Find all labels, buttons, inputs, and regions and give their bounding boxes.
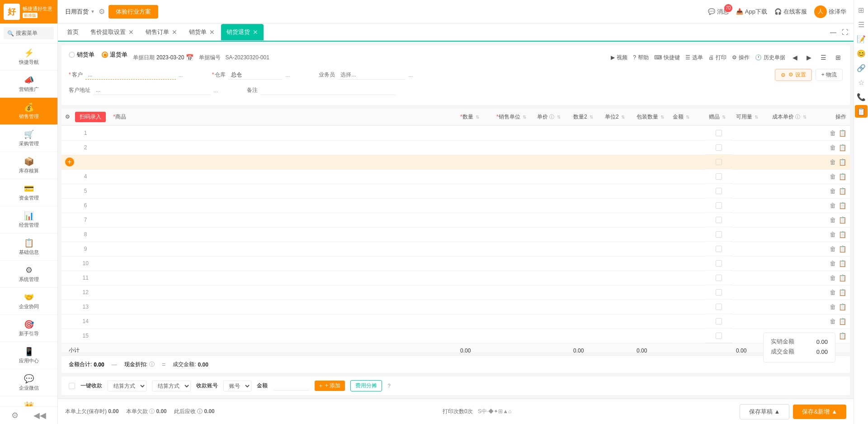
copy-row-1[interactable]: 📋: [839, 129, 846, 137]
sidebar-item-enterprise[interactable]: 🤝 企业协同: [0, 288, 57, 315]
sort-icon-unit2[interactable]: ⇅: [621, 114, 625, 119]
logistics-btn[interactable]: + 物流: [816, 69, 843, 81]
user-menu[interactable]: 人 徐泽华: [814, 5, 846, 18]
tab-close-sales-return[interactable]: ✕: [253, 29, 258, 36]
grid-view-btn[interactable]: ⊞: [834, 52, 843, 63]
account-select[interactable]: 账号: [223, 381, 251, 391]
add-payment-btn[interactable]: + + 添加: [315, 381, 345, 391]
sidebar-item-shortcut[interactable]: ⚡ 快捷导航: [0, 43, 57, 71]
copy-row-15[interactable]: 📋: [839, 332, 846, 339]
payment-help-icon[interactable]: ?: [387, 383, 391, 389]
sidebar-item-purchase[interactable]: 🛒 采购管理: [0, 125, 57, 152]
copy-row-9[interactable]: 📋: [839, 245, 846, 252]
tab-price-settings[interactable]: 售价提取设置 ✕: [85, 24, 139, 40]
payment-amount-input[interactable]: [273, 381, 309, 391]
rs-link-icon[interactable]: 🔗: [855, 62, 868, 74]
gift-checkbox-11[interactable]: [716, 275, 722, 281]
shortcuts-action[interactable]: ⌨ 快捷键: [654, 54, 680, 62]
gift-checkbox-4[interactable]: [716, 173, 722, 180]
help-discount-icon[interactable]: ⓘ: [149, 361, 155, 368]
sort-icon-qty2[interactable]: ⇅: [590, 114, 593, 119]
copy-row-6[interactable]: 📋: [839, 202, 846, 209]
gift-checkbox-1[interactable]: [716, 130, 722, 136]
sort-icon-amount[interactable]: ⇅: [686, 114, 689, 119]
copy-row-12[interactable]: 📋: [839, 289, 846, 296]
calendar-icon[interactable]: 📅: [186, 54, 193, 61]
gift-checkbox-6[interactable]: [716, 202, 722, 209]
sort-icon-cost[interactable]: ⇅: [803, 114, 807, 119]
list-view-btn[interactable]: ☰: [819, 52, 828, 63]
sidebar-settings-btn[interactable]: ⚙: [11, 410, 19, 420]
add-row-btn[interactable]: +: [65, 157, 74, 167]
address-input[interactable]: [93, 86, 211, 95]
minimize-btn[interactable]: —: [828, 27, 838, 38]
gift-checkbox-8[interactable]: [716, 231, 722, 238]
sidebar-item-operations[interactable]: 📊 经营管理: [0, 206, 57, 233]
tab-close-price-settings[interactable]: ✕: [128, 29, 134, 36]
product-input-3[interactable]: [113, 159, 453, 166]
copy-row-13[interactable]: 📋: [839, 303, 846, 310]
gift-checkbox-10[interactable]: [716, 260, 722, 267]
sidebar-item-system[interactable]: ⚙ 系统管理: [0, 261, 57, 288]
gift-checkbox-9[interactable]: [716, 246, 722, 252]
settlement-select[interactable]: 结算方式: [108, 381, 146, 391]
sidebar-collapse-btn[interactable]: ◀◀: [33, 410, 46, 420]
sort-icon-unit[interactable]: ⇅: [523, 114, 526, 119]
delete-row-3[interactable]: 🗑: [830, 158, 836, 166]
copy-row-3[interactable]: 📋: [839, 158, 846, 166]
experience-btn[interactable]: 体验行业方案: [108, 5, 158, 19]
sidebar-item-guide[interactable]: 🎯 新手引导: [0, 315, 57, 342]
salesperson-input[interactable]: [338, 70, 406, 80]
calc-method-select[interactable]: 结算方式: [152, 381, 191, 391]
sort-icon-package[interactable]: ⇅: [660, 114, 664, 119]
one-key-checkbox[interactable]: [69, 383, 75, 389]
copy-row-7[interactable]: 📋: [839, 216, 846, 224]
copy-row-11[interactable]: 📋: [839, 274, 846, 281]
rs-note-icon[interactable]: 📝: [855, 33, 868, 45]
delete-row-13[interactable]: 🗑: [830, 303, 836, 310]
customer-input[interactable]: [85, 70, 176, 80]
maximize-btn[interactable]: ⛶: [840, 27, 850, 38]
delete-row-11[interactable]: 🗑: [830, 274, 836, 281]
sidebar-item-inventory[interactable]: 📦 库存核算: [0, 152, 57, 179]
warehouse-search-icon[interactable]: ...: [285, 72, 290, 78]
copy-row-2[interactable]: 📋: [839, 144, 846, 151]
sort-icon-price[interactable]: ⇅: [557, 114, 561, 119]
search-menu-button[interactable]: 🔍 搜索菜单: [4, 27, 54, 39]
sidebar-item-marketing[interactable]: 📣 营销推广: [0, 71, 57, 98]
next-record-btn[interactable]: ▶: [805, 52, 813, 63]
salesperson-search-icon[interactable]: ...: [408, 72, 413, 78]
sidebar-item-wechat[interactable]: 💬 企业微信: [0, 369, 57, 396]
gift-checkbox-3[interactable]: [716, 159, 722, 165]
tab-sales-return[interactable]: 销货退货 ✕: [221, 24, 264, 40]
rs-active-icon[interactable]: 📋: [855, 105, 868, 118]
copy-row-10[interactable]: 📋: [839, 260, 846, 267]
table-gear-icon[interactable]: ⚙: [65, 114, 70, 120]
delete-row-8[interactable]: 🗑: [830, 231, 836, 238]
sidebar-item-member[interactable]: 👑 畅会员: [0, 396, 57, 406]
rs-face-icon[interactable]: 😊: [855, 47, 868, 60]
delete-row-12[interactable]: 🗑: [830, 289, 836, 296]
sidebar-item-finance[interactable]: 💳 资金管理: [0, 179, 57, 206]
tab-sales-order[interactable]: 销售订单 ✕: [140, 24, 183, 40]
copy-row-5[interactable]: 📋: [839, 187, 846, 195]
copy-row-14[interactable]: 📋: [839, 318, 846, 325]
save-draft-btn[interactable]: 保存草稿 ▲: [740, 404, 790, 419]
sort-icon[interactable]: ⇅: [476, 114, 479, 119]
gift-checkbox-13[interactable]: [716, 304, 722, 310]
rs-phone-icon[interactable]: 📞: [855, 91, 868, 103]
split-cost-btn[interactable]: 费用分摊: [350, 380, 382, 391]
tab-close-sales-order[interactable]: ✕: [172, 29, 177, 36]
sort-icon-avail[interactable]: ⇅: [755, 114, 758, 119]
delete-row-1[interactable]: 🗑: [830, 129, 836, 137]
rs-star-icon[interactable]: ☆: [855, 76, 868, 89]
gift-checkbox-7[interactable]: [716, 217, 722, 223]
remark-input[interactable]: [260, 86, 396, 95]
department-select[interactable]: 日用百货 ▼: [65, 8, 95, 16]
tab-home[interactable]: 首页: [61, 24, 84, 40]
rs-list-icon[interactable]: ☰: [855, 18, 868, 31]
rs-table-icon[interactable]: ⊞: [855, 4, 868, 16]
sidebar-item-basic[interactable]: 📋 基础信息: [0, 233, 57, 261]
select-action[interactable]: ☰ 选单: [685, 54, 703, 62]
sidebar-item-appstore[interactable]: 📱 应用中心: [0, 342, 57, 369]
